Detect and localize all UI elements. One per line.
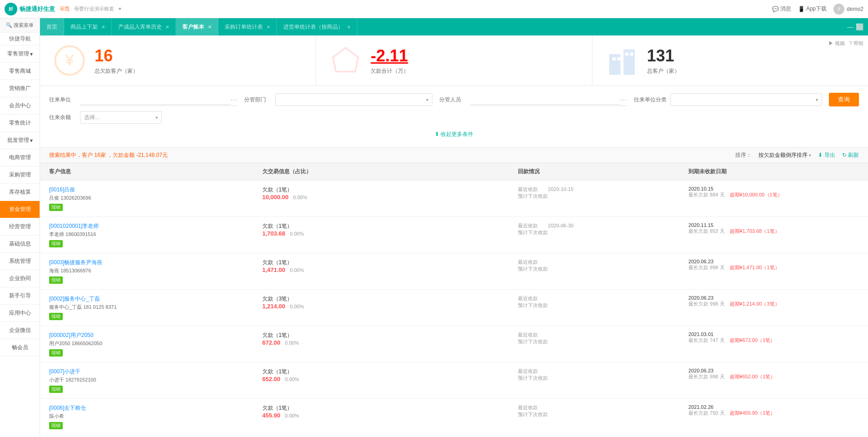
debt-info: 欠款（3笔） 1,214.000.00% [262,295,518,310]
overdue-link[interactable]: 超期¥672.00（1笔） [730,337,776,343]
tab-close-icon[interactable]: ✕ [347,25,351,30]
return-info: 最近收款 预计下次收款 [518,295,688,309]
tab-production-history[interactable]: 产成品入库单历史 ✕ [112,18,176,35]
client-id-link[interactable]: [0006]去下粮仓 [49,404,262,412]
export-btn[interactable]: ⬇ 导出 [818,151,835,159]
stats-header: ¥ 16 总欠款客户（家） [40,35,868,86]
tabs-actions: — ⬜ [843,23,868,30]
help-btn[interactable]: ? 帮助 [849,40,863,47]
client-id-link[interactable]: [000002]用户2050 [49,332,262,339]
overdue-link[interactable]: 超期¥1,703.68（1笔） [730,228,780,234]
maximize-btn[interactable]: ⬜ [856,23,863,30]
tab-purchase-summary[interactable]: 采购订单统计表 ✕ [218,18,277,35]
tab-customer-account[interactable]: 客户账本 ✕ [176,18,218,35]
from-unit-input[interactable] [80,94,231,105]
sidebar-item-batch[interactable]: 批发管理 ▾ [0,132,40,149]
person-input[interactable] [470,94,621,105]
sidebar-item-label: 电商管理 [9,154,31,161]
sidebar-item-app-center[interactable]: 应用中心 [0,305,40,322]
tab-close-icon[interactable]: ✕ [266,25,270,30]
sidebar-item-finance[interactable]: 资金管理 [0,201,40,218]
next-payment-label: 预计下次收款 [518,375,688,382]
tab-import-stats[interactable]: 进货单统计表（按商品） ✕ [277,18,357,35]
search-button[interactable]: 查询 [829,93,859,106]
sidebar-search[interactable]: 🔍 搜索菜单 [0,18,40,33]
sidebar-item-basic-info[interactable]: 基础信息 [0,236,40,253]
sidebar-item-enterprise-wechat[interactable]: 企业微信 [0,322,40,339]
sort-select[interactable]: 按欠款金额倒序排序 ▾ [758,151,811,159]
message-btn[interactable]: 💬 消息 [772,5,791,13]
next-payment-label: 预计下次收款 [518,338,688,345]
company-dropdown-icon[interactable]: ▾ [119,6,121,12]
overdue-link[interactable]: 超期¥1,214.00（3笔） [730,301,780,306]
subtitle[interactable]: 示范 [60,5,70,12]
sidebar-item-retail-stats[interactable]: 零售统计 [0,115,40,132]
client-id-link[interactable]: [0002]服务中心_丁磊 [49,295,262,303]
collapse-btn[interactable]: ⬆ 收起更多条件 [49,128,859,141]
debt-amount: 455.90 [262,412,281,419]
user-menu[interactable]: d demo2 [833,4,863,15]
refresh-btn[interactable]: ↻ 刷新 [842,151,859,159]
debt-info: 欠款（1笔） 672.000.00% [262,332,518,346]
stat-info-total-customers: 131 总客户（家） [647,46,680,75]
date-info: 2020.11.15 最长欠款 853 天 超期¥1,703.68（1笔） [688,222,859,235]
stat-card-actions: ▶ 视频 ? 帮助 [828,40,863,47]
table-header: 客户信息 欠交易信息（占比） 回款情况 到期未收款日期 [40,163,868,181]
return-info: 最近收款 预计下次收款 [518,259,688,272]
tab-product-shelf[interactable]: 商品上下架 ✕ [64,18,112,35]
tab-home[interactable]: 首页 [40,18,64,35]
app-download-btn[interactable]: 📱 App下载 [798,5,827,13]
sidebar-item-inventory[interactable]: 库存核算 [0,184,40,201]
username: demo2 [847,6,863,12]
due-date: 2020.06.23 [688,368,859,373]
tab-close-icon[interactable]: ✕ [101,25,105,30]
tab-close-icon[interactable]: ✕ [166,25,169,30]
logo-area: 好 畅捷通好生意 [5,3,55,15]
dept-select[interactable]: ▾ [275,93,432,106]
debt-info: 欠款（1笔） 1,471.000.00% [262,259,518,273]
debt-count: 欠款（1笔） [262,405,293,411]
overdue-link[interactable]: 超期¥1,471.00（1笔） [730,265,780,270]
date-info: 2020.06.23 最长欠款 998 天 超期¥652.00（1笔） [688,368,859,380]
video-btn[interactable]: ▶ 视频 [828,40,845,47]
collapse-up-icon: ⬆ [435,131,439,137]
sidebar-item-label: 企业微信 [9,327,31,333]
client-id-link[interactable]: [0003]畅捷服务尹海燕 [49,259,262,266]
sidebar-item-ecommerce[interactable]: 电商管理 [0,149,40,166]
client-tag: 现销 [49,386,63,393]
sidebar-item-purchase[interactable]: 采购管理 [0,166,40,184]
client-tag: 现销 [49,422,63,429]
client-id-link[interactable]: [0007]小进千 [49,368,262,376]
overdue-link[interactable]: 超期¥10,000.00（1笔） [730,192,783,197]
sidebar-item-enterprise[interactable]: 企业协同 [0,270,40,287]
sidebar-item-label: 畅会员 [12,344,28,351]
date-info: 2020.10.15 最长欠款 884 天 超期¥10,000.00（1笔） [688,186,859,198]
client-id-link[interactable]: [0016]吕俊 [49,186,262,194]
svg-text:¥: ¥ [65,51,74,69]
debt-amount: 1,214.00 [262,303,286,310]
date-info: 2021.02.26 最长欠款 750 天 超期¥455.90（1笔） [688,404,859,417]
minimize-btn[interactable]: — [847,23,853,30]
client-id-link[interactable]: [0001020001]李老师 [49,222,262,230]
tab-close-icon[interactable]: ✕ [208,25,211,30]
filter-group-unit-class: 往来单位分类 ▾ [634,93,822,106]
sidebar-item-member[interactable]: 会员中心 [0,97,40,115]
sidebar-item-marketing[interactable]: 营销推广 [0,80,40,97]
person-dots[interactable]: ··· [621,96,627,103]
overdue-link[interactable]: 超期¥652.00（1笔） [730,374,776,379]
overdue-link[interactable]: 超期¥455.90（1笔） [730,410,776,416]
unit-class-select[interactable]: ▾ [670,93,822,106]
sidebar-item-operations[interactable]: 经营管理 [0,218,40,236]
sidebar-item-guide[interactable]: 新手引导 [0,287,40,305]
top-bar: 好 畅捷通好生意 示范 母婴行业演示账套 ▾ 💬 消息 📱 App下载 d de… [0,0,868,18]
sidebar-item-retail-mall[interactable]: 零售商城 [0,63,40,80]
balance-select[interactable]: 选择... ▾ [80,111,162,124]
sidebar-item-retail-mgmt[interactable]: 零售管理 ▾ [0,45,40,63]
tab-home-label: 首页 [46,23,57,31]
sort-label: 排序： [735,151,752,159]
stat-number-total-customers: 131 [647,46,680,65]
sidebar-nav[interactable]: 快捷导航 [0,33,40,45]
from-unit-dots[interactable]: ··· [231,96,237,103]
sidebar-item-system[interactable]: 系统管理 [0,253,40,270]
sidebar-item-vip[interactable]: 畅会员 [0,339,40,357]
